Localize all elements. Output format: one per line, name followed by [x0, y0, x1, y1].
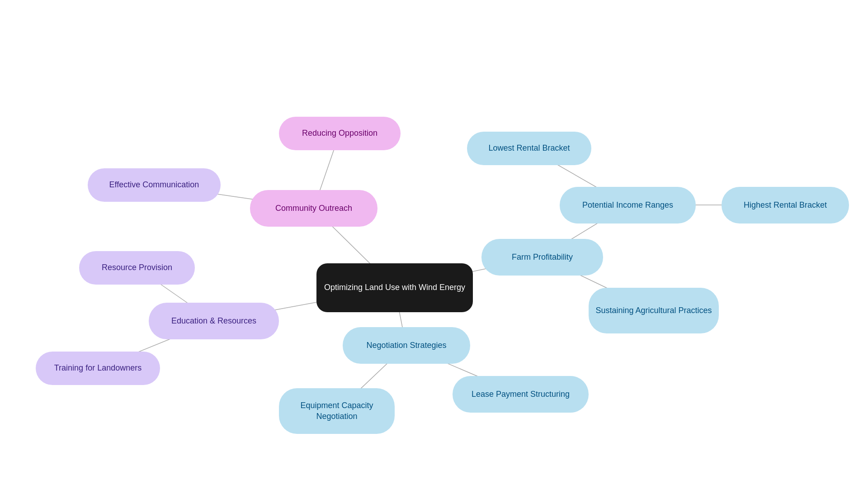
node-resourceProvision[interactable]: Resource Provision: [79, 251, 195, 285]
node-label-center: Optimizing Land Use with Wind Energy: [322, 282, 467, 293]
mindmap-canvas: Optimizing Land Use with Wind EnergyComm…: [0, 0, 868, 490]
node-label-farmProfitability: Farm Profitability: [510, 252, 575, 262]
node-leasePayment[interactable]: Lease Payment Structuring: [453, 376, 589, 413]
node-label-negotiationStrategies: Negotiation Strategies: [364, 340, 448, 351]
node-label-educationResources: Education & Resources: [170, 316, 258, 326]
node-educationResources[interactable]: Education & Resources: [149, 303, 279, 339]
node-reducingOpposition[interactable]: Reducing Opposition: [279, 117, 401, 150]
node-label-reducingOpposition: Reducing Opposition: [300, 128, 379, 138]
node-sustainingAgricultural[interactable]: Sustaining Agricultural Practices: [589, 288, 719, 333]
node-label-highestRentalBracket: Highest Rental Bracket: [742, 200, 829, 210]
node-label-trainingLandowners: Training for Landowners: [52, 363, 143, 373]
node-label-leasePayment: Lease Payment Structuring: [470, 389, 571, 400]
node-label-potentialIncomeRanges: Potential Income Ranges: [580, 200, 675, 210]
node-label-equipmentCapacity: Equipment Capacity Negotiation: [279, 400, 395, 422]
node-label-effectiveCommunication: Effective Communication: [108, 180, 201, 190]
node-label-communityOutreach: Community Outreach: [274, 203, 354, 214]
node-highestRentalBracket[interactable]: Highest Rental Bracket: [722, 187, 849, 224]
node-equipmentCapacity[interactable]: Equipment Capacity Negotiation: [279, 388, 395, 434]
node-lowestRentalBracket[interactable]: Lowest Rental Bracket: [467, 132, 591, 165]
node-trainingLandowners[interactable]: Training for Landowners: [36, 352, 160, 385]
node-farmProfitability[interactable]: Farm Profitability: [481, 239, 603, 276]
connections-svg: [0, 0, 868, 490]
node-label-lowestRentalBracket: Lowest Rental Bracket: [486, 143, 571, 153]
node-effectiveCommunication[interactable]: Effective Communication: [88, 168, 221, 202]
node-negotiationStrategies[interactable]: Negotiation Strategies: [343, 327, 470, 364]
node-label-sustainingAgricultural: Sustaining Agricultural Practices: [594, 305, 713, 316]
node-center[interactable]: Optimizing Land Use with Wind Energy: [316, 263, 473, 312]
node-label-resourceProvision: Resource Provision: [100, 262, 174, 273]
node-potentialIncomeRanges[interactable]: Potential Income Ranges: [560, 187, 696, 224]
node-communityOutreach[interactable]: Community Outreach: [250, 190, 377, 227]
